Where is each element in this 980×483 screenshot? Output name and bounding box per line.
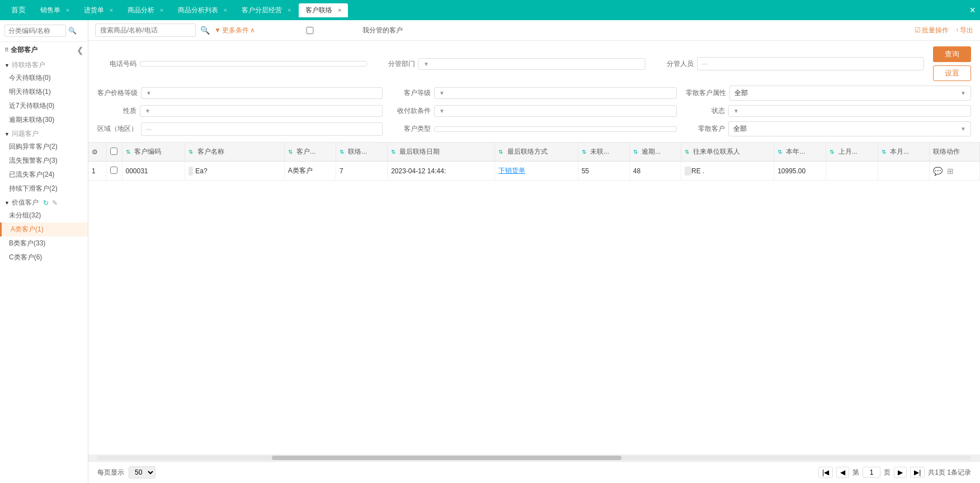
nav-home[interactable]: 首页	[4, 3, 32, 17]
per-page-label: 每页显示	[97, 468, 124, 477]
close-icon[interactable]: ×	[224, 7, 227, 13]
dots-icon: ···	[146, 125, 152, 133]
query-button[interactable]: 查询	[933, 46, 971, 62]
th-settings[interactable]: ⚙	[88, 143, 106, 162]
batch-op-button[interactable]: ☑ 批量操作	[915, 26, 949, 35]
filter-nature-select[interactable]: ▼	[140, 105, 383, 117]
th-this-year[interactable]: ⇅ 本年...	[774, 143, 826, 162]
horizontal-scrollbar[interactable]	[88, 454, 980, 461]
sidebar-item-cclass[interactable]: C类客户(6)	[0, 250, 88, 264]
th-this-month[interactable]: ⇅ 本月...	[878, 143, 929, 162]
sidebar-item-abnormal[interactable]: 回购异常客户(2)	[0, 140, 88, 154]
filter-customer-grade: 客户等级 ▼	[392, 87, 677, 99]
close-icon[interactable]: ×	[160, 7, 163, 13]
main-layout: 🔍 ⠿ 全部客户 ❮ ▼ 待联络客户 今天待联络(0) 明天待联络(1) 近7天…	[0, 20, 980, 483]
scrollbar-track	[97, 456, 971, 460]
top-nav: 首页 销售单 × 进货单 × 商品分析 × 商品分析列表 × 客户分层经营 × …	[0, 0, 980, 20]
sidebar-item-declining[interactable]: 持续下滑客户(2)	[0, 182, 88, 196]
filter-region-input[interactable]: ···	[141, 122, 383, 136]
filter-dept-select[interactable]: ▼	[418, 58, 646, 70]
close-icon[interactable]: ×	[66, 7, 69, 13]
sidebar-item-bclass[interactable]: B类客户(33)	[0, 236, 88, 250]
sidebar-item-today[interactable]: 今天待联络(0)	[0, 71, 88, 85]
last-contact-method-link[interactable]: 下销货单	[498, 167, 525, 174]
nav-tab-productanalysis[interactable]: 商品分析 ×	[121, 3, 170, 17]
nav-tab-customersegment[interactable]: 客户分层经营 ×	[235, 3, 298, 17]
chat-icon[interactable]: 💬	[933, 167, 943, 176]
sidebar-all-customers[interactable]: ⠿ 全部客户 ❮	[0, 42, 88, 58]
filter-manager-input[interactable]: ···	[697, 57, 924, 70]
th-contact-person[interactable]: ⇅ 往来单位联系人	[681, 143, 774, 162]
filter-phone-input[interactable]	[140, 61, 367, 67]
th-last-contact-method[interactable]: ⇅ 最后联络方式	[495, 143, 578, 162]
filter-customer-grade-select[interactable]: ▼	[434, 87, 677, 99]
chevron-down-icon: ▼	[960, 90, 966, 96]
scrollbar-thumb[interactable]	[272, 456, 621, 460]
pagination-left: 每页显示 50	[97, 466, 156, 479]
filter-retail-customer-select[interactable]: 全部 ▼	[728, 121, 971, 136]
qr-icon[interactable]: ⊞	[947, 167, 954, 176]
contact-person-tag	[685, 167, 691, 176]
settings-icon[interactable]: ⚙	[92, 148, 98, 156]
sort-icon: ⇅	[498, 149, 503, 155]
th-last-contact-date[interactable]: ⇅ 最后联络日期	[388, 143, 495, 162]
filter-payment-select[interactable]: ▼	[434, 105, 677, 117]
filter-search-button[interactable]: 🔍	[200, 26, 210, 35]
th-overdue[interactable]: ⇅ 逾期...	[629, 143, 681, 162]
search-input[interactable]	[95, 23, 196, 37]
refresh-icon[interactable]: ↻	[43, 199, 49, 207]
row-checkbox[interactable]	[110, 167, 117, 174]
page-number-input[interactable]	[863, 467, 880, 478]
edit-icon[interactable]: ✎	[52, 199, 58, 207]
sort-icon: ⇅	[391, 149, 395, 155]
filter-customer-type-input[interactable]	[434, 126, 677, 132]
per-page-select[interactable]: 50	[129, 466, 156, 479]
th-last-month[interactable]: ⇅ 上月...	[826, 143, 878, 162]
settings-button[interactable]: 设置	[933, 65, 971, 81]
filter-retail-customer: 零散客户 全部 ▼	[686, 121, 971, 136]
sidebar-search-input[interactable]	[4, 25, 66, 37]
first-page-button[interactable]: |◀	[818, 467, 833, 478]
sidebar-group-pending[interactable]: ▼ 待联络客户	[0, 58, 88, 71]
td-customer-type: A类客户	[284, 162, 336, 181]
sidebar-item-lost[interactable]: 已流失客户(24)	[0, 168, 88, 182]
th-checkbox[interactable]	[106, 143, 122, 162]
search-icon[interactable]: 🔍	[68, 27, 77, 35]
th-not-contacted[interactable]: ⇅ 未联...	[578, 143, 629, 162]
nav-tab-customercontact[interactable]: 客户联络 ×	[299, 3, 348, 17]
sidebar-group-value[interactable]: ▼ 价值客户 ↻ ✎	[0, 196, 88, 209]
th-code[interactable]: ⇅ 客户编码	[122, 143, 185, 162]
sidebar-group-problem[interactable]: ▼ 问题客户	[0, 127, 88, 140]
filter-status-select[interactable]: ▼	[728, 105, 971, 117]
sidebar-item-tomorrow[interactable]: 明天待联络(1)	[0, 85, 88, 99]
select-all-checkbox[interactable]	[110, 148, 117, 155]
sidebar-item-ungroup[interactable]: 未分组(32)	[0, 209, 88, 222]
sidebar-item-aclass[interactable]: A类客户(1)	[0, 222, 88, 236]
export-button[interactable]: ↑ 导出	[955, 26, 973, 35]
td-checkbox[interactable]	[106, 162, 122, 181]
my-customer-checkbox[interactable]	[260, 27, 360, 34]
close-all-btn[interactable]: ×	[969, 4, 976, 16]
my-customer-checkbox-label[interactable]: 我分管的客户	[260, 26, 403, 35]
td-last-contact-method[interactable]: 下销货单	[495, 162, 578, 181]
nav-tab-purchaseorder[interactable]: 进货单 ×	[77, 3, 120, 17]
sidebar-item-overdue[interactable]: 逾期未联络(30)	[0, 113, 88, 127]
next-page-button[interactable]: ▶	[894, 467, 907, 478]
close-icon[interactable]: ×	[288, 7, 291, 13]
prev-page-button[interactable]: ◀	[836, 467, 849, 478]
close-icon[interactable]: ×	[338, 7, 341, 13]
th-customer-type[interactable]: ⇅ 客户...	[284, 143, 336, 162]
sidebar-item-7days[interactable]: 近7天待联络(0)	[0, 99, 88, 113]
nav-tab-productanalysislist[interactable]: 商品分析列表 ×	[171, 3, 234, 17]
close-icon[interactable]: ×	[110, 7, 113, 13]
filter-retail-attr-select[interactable]: 全部 ▼	[729, 86, 971, 101]
filter-customer-grade-label: 客户等级	[392, 88, 431, 98]
filter-price-grade-select[interactable]: ▼	[141, 87, 383, 99]
last-page-button[interactable]: ▶|	[910, 467, 925, 478]
more-filter-button[interactable]: ▼ 更多条件 ∧	[214, 26, 255, 35]
nav-tab-salesorder[interactable]: 销售单 ×	[34, 3, 76, 17]
sidebar-item-lostwarning[interactable]: 流失预警客户(3)	[0, 154, 88, 168]
collapse-icon[interactable]: ❮	[77, 46, 83, 55]
th-contact-count[interactable]: ⇅ 联络...	[336, 143, 387, 162]
th-name[interactable]: ⇅ 客户名称	[185, 143, 284, 162]
